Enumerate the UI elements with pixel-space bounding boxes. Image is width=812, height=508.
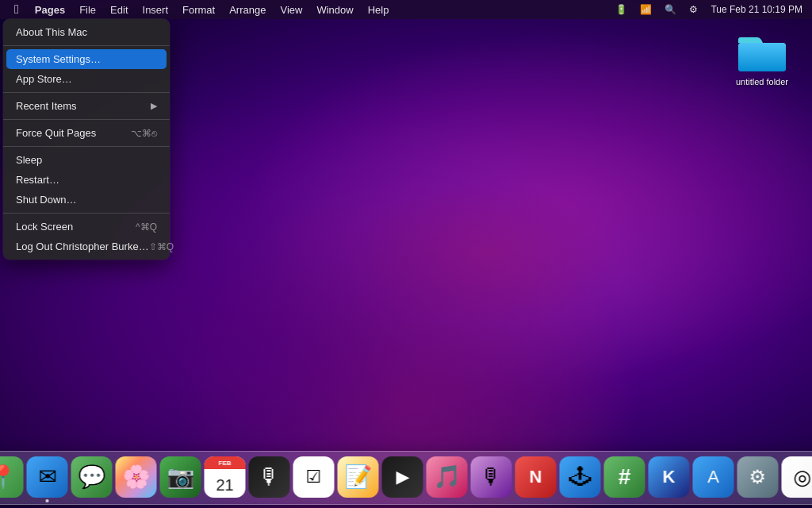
arcade-symbol: 🕹 — [569, 466, 592, 488]
wifi-icon[interactable]: 📶 — [637, 2, 655, 17]
menubar-insert[interactable]: Insert — [136, 2, 175, 17]
dock-icon-reminders[interactable]: ☑ — [293, 456, 335, 498]
mail-dot — [46, 499, 49, 502]
menu-item-sleep-label: Sleep — [16, 154, 42, 166]
menubar-edit[interactable]: Edit — [104, 2, 134, 17]
menu-item-shutdown-label: Shut Down… — [16, 194, 77, 206]
dock-icon-appletv[interactable]: ▶ — [382, 456, 423, 498]
keynote-symbol: K — [663, 468, 676, 486]
dock-icon-arcade[interactable]: 🕹 — [560, 456, 601, 498]
menu-item-recent-items-label: Recent Items — [16, 100, 77, 112]
podcasts-symbol: 🎙 — [481, 466, 503, 488]
menu-item-system-settings-label: System Settings… — [16, 53, 101, 65]
dock: 🐰 ⊞ 🧭 📍 ✉ 💬 🌸 📷 — [0, 451, 812, 505]
menu-item-logout[interactable]: Log Out Christopher Burke… ⇧⌘Q — [3, 237, 170, 256]
reminders-symbol: ☑ — [306, 468, 322, 486]
menu-item-sleep[interactable]: Sleep — [3, 150, 170, 170]
dock-icon-podcasts[interactable]: 🎙 — [471, 456, 512, 498]
dock-icon-system-preferences[interactable]: ⚙ — [737, 456, 779, 498]
dock-icon-notes[interactable]: 📝 — [338, 456, 379, 498]
menu-separator-3 — [3, 119, 170, 120]
recent-items-arrow-icon: ▶ — [151, 101, 157, 111]
notes-symbol: 📝 — [344, 466, 372, 488]
mail-symbol: ✉ — [38, 466, 56, 488]
menubar-view[interactable]: View — [274, 2, 308, 17]
news-symbol: N — [530, 468, 542, 486]
dock-icon-appstore[interactable]: A — [693, 456, 734, 498]
maps-symbol: 📍 — [0, 466, 17, 488]
menu-item-lock-screen-label: Lock Screen — [16, 221, 73, 233]
music-symbol: 🎵 — [433, 466, 461, 488]
force-quit-shortcut: ⌥⌘⎋ — [131, 128, 157, 139]
dock-icon-facetime[interactable]: 📷 — [160, 456, 201, 498]
voice-memos-symbol: 🎙 — [259, 466, 281, 488]
menu-item-restart[interactable]: Restart… — [3, 170, 170, 190]
logout-shortcut: ⇧⌘Q — [149, 241, 174, 252]
menubar-help[interactable]: Help — [362, 2, 396, 17]
datetime-display: Tue Feb 21 10:19 PM — [707, 2, 806, 17]
desktop:  Pages File Edit Insert Format Arrange … — [0, 0, 812, 508]
menu-item-lock-screen[interactable]: Lock Screen ^⌘Q — [3, 217, 170, 237]
menu-item-shutdown[interactable]: Shut Down… — [3, 190, 170, 210]
dock-icon-messages[interactable]: 💬 — [71, 456, 113, 498]
svg-rect-1 — [738, 43, 786, 71]
menubar-format[interactable]: Format — [176, 2, 221, 17]
apple-dropdown-menu: About This Mac System Settings… App Stor… — [3, 19, 170, 260]
menu-item-force-quit-label: Force Quit Pages — [16, 127, 96, 139]
facetime-symbol: 📷 — [167, 466, 194, 488]
dock-icon-numbers[interactable]: # — [604, 456, 645, 498]
numbers-symbol: # — [619, 466, 631, 488]
battery-status-icon[interactable]: 🔋 — [612, 2, 630, 17]
menu-item-force-quit[interactable]: Force Quit Pages ⌥⌘⎋ — [3, 123, 170, 143]
lock-screen-shortcut: ^⌘Q — [136, 221, 157, 233]
dock-icon-maps[interactable]: 📍 — [0, 456, 24, 498]
dock-icon-voice-memos[interactable]: 🎙 — [249, 456, 290, 498]
menu-item-system-settings[interactable]: System Settings… — [6, 49, 167, 69]
menubar-file[interactable]: File — [73, 2, 102, 17]
apple-menu-trigger[interactable]:  — [6, 1, 27, 18]
appletv-symbol: ▶ — [396, 468, 409, 486]
menubar-window[interactable]: Window — [310, 2, 359, 17]
menu-item-restart-label: Restart… — [16, 174, 59, 186]
system-preferences-symbol: ⚙ — [749, 468, 767, 487]
menu-item-app-store-label: App Store… — [16, 73, 72, 85]
menubar-right: 🔋 📶 🔍 ⚙ Tue Feb 21 10:19 PM — [612, 2, 806, 17]
chrome-symbol: ◎ — [793, 467, 811, 487]
menubar-left:  Pages File Edit Insert Format Arrange … — [6, 1, 612, 18]
menubar-arrange[interactable]: Arrange — [223, 2, 272, 17]
menu-separator-5 — [3, 213, 170, 214]
untitled-folder[interactable]: untitled folder — [736, 32, 788, 87]
menu-separator-4 — [3, 146, 170, 147]
dock-icon-mail[interactable]: ✉ — [27, 456, 68, 498]
dock-icon-music[interactable]: 🎵 — [427, 456, 468, 498]
messages-symbol: 💬 — [78, 466, 105, 488]
menubar:  Pages File Edit Insert Format Arrange … — [0, 0, 812, 19]
dock-icon-keynote[interactable]: K — [649, 456, 690, 498]
menu-item-logout-label: Log Out Christopher Burke… — [16, 241, 149, 252]
control-center-icon[interactable]: ⚙ — [686, 2, 701, 17]
menu-item-about[interactable]: About This Mac — [3, 22, 170, 42]
menu-separator-1 — [3, 45, 170, 46]
search-icon[interactable]: 🔍 — [661, 2, 680, 17]
menu-item-app-store[interactable]: App Store… — [3, 69, 170, 89]
menu-separator-2 — [3, 92, 170, 93]
dock-icon-chrome[interactable]: ◎ — [782, 456, 813, 498]
folder-label: untitled folder — [736, 76, 788, 87]
appstore-symbol: A — [707, 468, 719, 486]
dock-icon-news[interactable]: N — [515, 456, 557, 498]
folder-icon — [737, 32, 787, 73]
dock-icon-photos[interactable]: 🌸 — [116, 456, 157, 498]
menu-item-about-label: About This Mac — [16, 26, 87, 38]
menubar-app-name[interactable]: Pages — [29, 2, 71, 17]
menu-item-recent-items[interactable]: Recent Items ▶ — [3, 96, 170, 116]
dock-icon-calendar[interactable]: FEB 21 — [205, 456, 246, 498]
photos-symbol: 🌸 — [122, 466, 150, 488]
